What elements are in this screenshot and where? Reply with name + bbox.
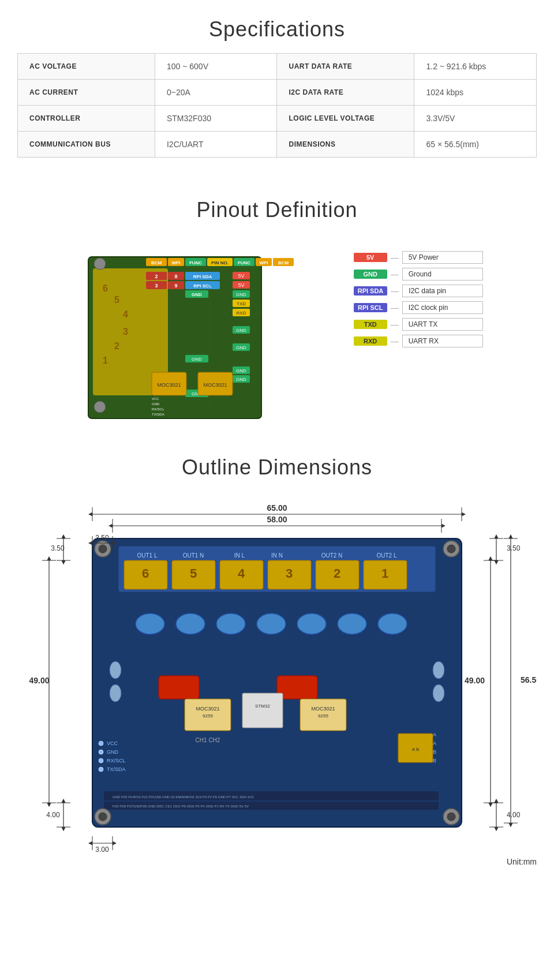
svg-text:BCM: BCM <box>278 260 289 265</box>
svg-text:MOC3021: MOC3021 <box>203 382 227 388</box>
svg-text:3.00: 3.00 <box>95 846 109 854</box>
svg-text:GND: GND <box>236 328 246 333</box>
svg-text:3.50: 3.50 <box>507 544 521 552</box>
pin-description: UART RX <box>402 335 483 347</box>
svg-point-70 <box>94 401 106 413</box>
spec-value: 3.3V/5V <box>414 106 537 132</box>
specs-table: AC VOLTAGE 100 ~ 600V UART DATA RATE 1.2… <box>17 53 537 158</box>
svg-text:VCC: VCC <box>152 397 159 401</box>
pin-tag: RPI SDA <box>354 286 388 296</box>
pin-definitions: 5V — 5V Power GND — Ground RPI SDA — I2C… <box>354 251 484 347</box>
svg-text:16: 16 <box>261 311 267 316</box>
pin-description: 5V Power <box>402 251 483 264</box>
spec-value: 1.2 ~ 921.6 kbps <box>414 54 537 80</box>
svg-text:3.50: 3.50 <box>95 534 109 542</box>
svg-text:4.00: 4.00 <box>507 811 521 819</box>
svg-text:TX/SDA: TX/SDA <box>152 413 164 416</box>
svg-text:1: 1 <box>103 356 108 365</box>
pin-def-row: RXD — UART RX <box>354 335 484 347</box>
pin-description: Ground <box>402 268 483 280</box>
pin-separator: — <box>391 336 399 346</box>
svg-text:5V: 5V <box>238 273 244 279</box>
specs-row: COMMUNICATION BUS I2C/UART DIMENSIONS 65… <box>18 132 537 158</box>
svg-text:58.00: 58.00 <box>267 515 287 524</box>
spec-label: COMMUNICATION BUS <box>18 132 155 158</box>
spec-label: DIMENSIONS <box>277 132 414 158</box>
svg-text:3: 3 <box>123 327 128 336</box>
pin-def-row: 5V — 5V Power <box>354 251 484 264</box>
svg-text:GND: GND <box>192 357 202 362</box>
svg-text:5V: 5V <box>238 282 244 288</box>
spec-value: STM32F030 <box>155 106 277 132</box>
spec-label: AC CURRENT <box>18 80 155 106</box>
pin-def-row: TXD — UART TX <box>354 318 484 331</box>
svg-text:56.50: 56.50 <box>521 675 537 684</box>
svg-text:BCM: BCM <box>151 260 162 265</box>
spec-value: I2C/UART <box>155 132 277 158</box>
dimension-lines: 65.00 58.00 3.50 3.50 3.50 56.50 49.00 <box>17 497 537 866</box>
svg-text:RXD: RXD <box>236 311 246 316</box>
svg-text:5: 5 <box>114 295 119 305</box>
spec-value: 1024 kbps <box>414 80 537 106</box>
dimensions-title: Outline Dimensions <box>0 438 554 491</box>
svg-text:6: 6 <box>103 283 108 293</box>
svg-text:GND: GND <box>152 402 160 406</box>
pin-def-row: RPI SCL — I2C clock pin <box>354 301 484 314</box>
svg-text:GND: GND <box>236 345 246 350</box>
svg-text:MOC3021: MOC3021 <box>157 382 181 388</box>
pin-description: I2C data pin <box>402 285 483 297</box>
svg-text:WPI: WPI <box>259 260 268 265</box>
svg-text:GND: GND <box>192 292 202 297</box>
pin-def-row: RPI SDA — I2C data pin <box>354 285 484 297</box>
pin-separator: — <box>391 286 399 296</box>
svg-text:RPI SCL: RPI SCL <box>193 283 212 289</box>
pin-tag: TXD <box>354 320 387 329</box>
pin-separator: — <box>391 253 399 262</box>
svg-text:PIN NO.: PIN NO. <box>211 260 229 265</box>
svg-text:3: 3 <box>155 283 158 289</box>
svg-text:15: 15 <box>273 311 278 316</box>
spec-value: 0~20A <box>155 80 277 106</box>
spec-label: AC VOLTAGE <box>18 54 155 80</box>
svg-text:2: 2 <box>114 341 119 351</box>
svg-text:FUNC: FUNC <box>189 260 202 265</box>
svg-text:3.50: 3.50 <box>51 544 65 552</box>
pin-tag: 5V <box>354 253 387 262</box>
svg-text:2: 2 <box>155 274 158 279</box>
dimensions-section: 65.00 58.00 3.50 3.50 3.50 56.50 49.00 <box>17 497 537 866</box>
pin-tag: GND <box>354 270 387 279</box>
svg-text:4: 4 <box>123 309 128 319</box>
spec-value: 65 × 56.5(mm) <box>414 132 537 158</box>
svg-text:14: 14 <box>273 301 278 306</box>
svg-text:9: 9 <box>174 283 177 289</box>
svg-text:15: 15 <box>261 301 267 306</box>
pin-tag: RXD <box>354 336 387 346</box>
svg-point-69 <box>94 258 106 270</box>
svg-text:8: 8 <box>174 274 177 279</box>
pin-separator: — <box>391 270 399 279</box>
svg-text:WPI: WPI <box>171 260 180 265</box>
svg-text:49.00: 49.00 <box>29 676 49 685</box>
pin-def-row: GND — Ground <box>354 268 484 280</box>
svg-text:GND: GND <box>236 292 246 297</box>
spec-label: I2C DATA RATE <box>277 80 414 106</box>
svg-text:RPI SDA: RPI SDA <box>193 274 212 279</box>
svg-text:GND: GND <box>236 368 246 373</box>
pin-separator: — <box>391 320 399 329</box>
pin-tag: RPI SCL <box>354 303 387 312</box>
svg-text:65.00: 65.00 <box>267 503 287 513</box>
specs-row: AC CURRENT 0~20A I2C DATA RATE 1024 kbps <box>18 80 537 106</box>
pinout-section: 6 5 4 3 2 1 OUT1 L OUT1 N IN L IN N OUT2… <box>0 240 554 438</box>
specs-row: AC VOLTAGE 100 ~ 600V UART DATA RATE 1.2… <box>18 54 537 80</box>
pin-description: UART TX <box>402 318 483 331</box>
pin-separator: — <box>391 303 399 312</box>
svg-text:RX/SCL: RX/SCL <box>152 407 164 411</box>
svg-text:4.00: 4.00 <box>46 811 60 819</box>
svg-text:TXD: TXD <box>237 301 246 306</box>
svg-text:49.00: 49.00 <box>465 676 485 685</box>
pin-description: I2C clock pin <box>402 301 483 314</box>
spec-value: 100 ~ 600V <box>155 54 277 80</box>
spec-label: CONTROLLER <box>18 106 155 132</box>
board-diagram: 6 5 4 3 2 1 OUT1 L OUT1 N IN L IN N OUT2… <box>71 240 336 438</box>
spec-label: UART DATA RATE <box>277 54 414 80</box>
